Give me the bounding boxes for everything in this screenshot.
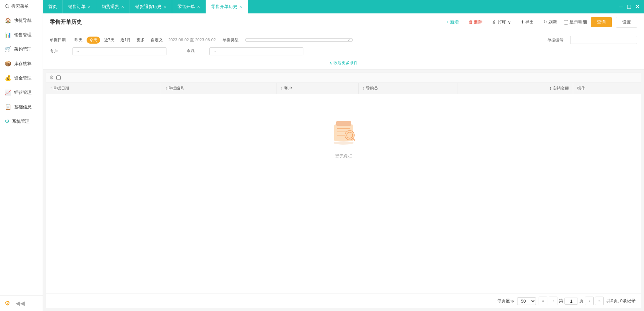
number-filter-input[interactable] — [570, 36, 637, 44]
sidebar-item-label: 库存核算 — [14, 61, 32, 67]
close-window-icon[interactable]: ✕ — [635, 3, 640, 10]
tab-retail-open[interactable]: 零售开单 ✕ — [172, 0, 206, 13]
page-suffix-label: 页 — [579, 298, 584, 304]
type-filter-group: 单据类型 ∨ — [222, 37, 541, 43]
sidebar-item-purchase-mgmt[interactable]: 🛒 采购管理 — [0, 42, 43, 56]
tab-sales-return-history-close[interactable]: ✕ — [163, 5, 166, 9]
date-options: 昨天 今天 近7天 近1月 更多 自定义 2023-06-02 至 2023-0… — [72, 37, 216, 44]
date-opt-1month[interactable]: 近1月 — [118, 37, 133, 44]
customer-filter-group: 客户 ··· — [50, 47, 166, 55]
date-opt-custom[interactable]: 自定义 — [149, 37, 165, 44]
refresh-button[interactable]: ↻ 刷新 — [541, 18, 560, 27]
sidebar-item-quick-nav[interactable]: 🏠 快捷导航 — [0, 13, 43, 28]
tab-sales-return-close[interactable]: ✕ — [121, 5, 124, 9]
date-opt-more[interactable]: 更多 — [135, 37, 147, 44]
tab-retail-open-history[interactable]: 零售开单历史 ✕ — [206, 0, 248, 13]
add-button[interactable]: + 新增 — [444, 18, 461, 27]
tab-sales-return-history-label: 销货退货历史 — [135, 4, 161, 10]
collapse-text: 收起更多条件 — [334, 60, 358, 66]
number-filter-label: 单据编号 — [547, 37, 567, 43]
sidebar-nav: 🏠 快捷导航 📊 销售管理 🛒 采购管理 📦 库存核算 💰 资金管理 📈 经营管… — [0, 13, 43, 295]
tab-retail-open-close[interactable]: ✕ — [197, 5, 200, 9]
type-filter-label: 单据类型 — [222, 37, 243, 43]
delete-button[interactable]: 🗑 删除 — [466, 18, 486, 27]
table-select-all[interactable] — [56, 75, 61, 80]
stock-icon: 📦 — [5, 60, 11, 67]
sidebar-item-finance-mgmt[interactable]: 💰 资金管理 — [0, 71, 43, 85]
svg-line-1 — [8, 7, 9, 9]
tab-sales-return-label: 销货退货 — [102, 4, 119, 10]
show-detail-label: 显示明细 — [569, 19, 587, 25]
product-filter-placeholder: ··· — [212, 49, 216, 54]
sidebar-item-sys-mgmt[interactable]: ⚙ 系统管理 — [0, 114, 43, 128]
sidebar-item-stock-mgmt[interactable]: 📦 库存核算 — [0, 56, 43, 71]
date-range-display: 2023-06-02 至 2023-06-02 — [168, 37, 215, 43]
product-filter-input[interactable]: ··· — [209, 47, 303, 55]
settings-button[interactable]: 设置 — [616, 17, 637, 28]
per-page-select[interactable]: 50 20 100 200 — [517, 297, 536, 305]
prev-page-button[interactable]: ‹ — [549, 297, 557, 305]
date-opt-7days[interactable]: 近7天 — [102, 37, 116, 44]
show-detail-checkbox[interactable]: 显示明细 — [564, 19, 587, 25]
show-detail-input[interactable] — [564, 20, 568, 24]
tabs-bar: 首页 销售订单 ✕ 销货退货 ✕ 销货退货历史 ✕ 零售开单 ✕ 零售开单历史 … — [43, 0, 644, 13]
print-arrow[interactable]: ∨ — [508, 20, 511, 25]
sidebar-collapse-icon[interactable]: ◀◀ — [15, 300, 25, 307]
export-button[interactable]: ⬆ 导出 — [518, 18, 537, 27]
first-page-button[interactable]: « — [539, 297, 547, 305]
tab-sales-order[interactable]: 销售订单 ✕ — [63, 0, 96, 13]
svg-rect-4 — [336, 121, 351, 126]
content-area: 零售开单历史 + 新增 🗑 删除 🖨 打印 ∨ ⬆ 导出 ↻ 刷新 显示明细 查… — [43, 13, 644, 311]
page-number-input[interactable] — [564, 298, 578, 305]
table-settings-icon[interactable]: ⚙ — [49, 74, 54, 81]
customer-filter-placeholder: ··· — [76, 49, 79, 54]
tab-sales-return-history[interactable]: 销货退货历史 ✕ — [130, 0, 172, 13]
date-filter-label: 单据日期 — [50, 37, 70, 43]
number-filter-group: 单据编号 — [547, 36, 637, 44]
product-filter-label: 商品 — [187, 49, 207, 54]
sidebar-item-ops-mgmt[interactable]: 📈 经营管理 — [0, 85, 43, 100]
per-page-label: 每页显示 — [497, 298, 514, 304]
tab-retail-open-history-close[interactable]: ✕ — [239, 5, 242, 9]
table-scroll[interactable]: ↕ 单据日期 ↕ 单据编号 ↕ 客户 ↕ 导购员 — [46, 83, 641, 294]
filter-row-1: 单据日期 昨天 今天 近7天 近1月 更多 自定义 2023-06-02 至 2… — [50, 36, 637, 44]
tab-sales-order-close[interactable]: ✕ — [88, 5, 91, 9]
empty-text: 暂无数据 — [335, 153, 352, 159]
sidebar-search[interactable]: 搜索采单 — [0, 0, 43, 13]
date-filter-group: 单据日期 昨天 今天 近7天 近1月 更多 自定义 2023-06-02 至 2… — [50, 37, 216, 44]
collapse-arrow-icon: ∧ — [329, 61, 332, 65]
last-page-button[interactable]: » — [595, 297, 604, 305]
main-content: 首页 销售订单 ✕ 销货退货 ✕ 销货退货历史 ✕ 零售开单 ✕ 零售开单历史 … — [43, 0, 644, 311]
tab-retail-open-label: 零售开单 — [178, 4, 195, 10]
customer-filter-label: 客户 — [50, 49, 70, 54]
th-amount: ↕ 实销金额 — [457, 83, 573, 94]
tab-sales-order-label: 销售订单 — [68, 4, 86, 10]
sidebar-settings-icon[interactable]: ⚙ — [5, 300, 10, 307]
maximize-icon[interactable]: □ — [627, 3, 631, 10]
empty-state: 暂无数据 — [46, 94, 641, 179]
type-select-wrapper: ∨ — [245, 38, 353, 42]
sidebar-item-sales-mgmt[interactable]: 📊 销售管理 — [0, 28, 43, 42]
sidebar-item-basic-info[interactable]: 📋 基础信息 — [0, 100, 43, 114]
next-page-button[interactable]: › — [585, 297, 594, 305]
tab-home[interactable]: 首页 — [43, 0, 63, 13]
customer-filter-input[interactable]: ··· — [72, 47, 166, 55]
date-opt-yesterday[interactable]: 昨天 — [72, 37, 85, 44]
pagination-total: 共0页, 0条记录 — [606, 298, 636, 304]
pagination-nav: « ‹ 第 页 › » — [539, 297, 604, 305]
page-title: 零售开单历史 — [50, 19, 82, 26]
type-select[interactable] — [245, 38, 353, 42]
print-button[interactable]: 🖨 打印 ∨ — [489, 18, 514, 27]
finance-icon: 💰 — [5, 75, 11, 81]
tab-home-label: 首页 — [48, 4, 57, 10]
sys-icon: ⚙ — [5, 118, 9, 124]
tab-sales-return[interactable]: 销货退货 ✕ — [96, 0, 130, 13]
minimize-icon[interactable]: ─ — [619, 3, 623, 10]
table-wrapper: ⚙ ↕ 单据日期 ↕ 单据编号 ↕ 客户 — [46, 72, 641, 308]
print-label: 🖨 打印 — [492, 19, 506, 25]
date-opt-today[interactable]: 今天 — [87, 37, 100, 44]
svg-point-2 — [334, 141, 354, 145]
query-button[interactable]: 查询 — [591, 17, 612, 27]
svg-point-0 — [5, 5, 8, 8]
collapse-bar[interactable]: ∧ 收起更多条件 — [50, 59, 637, 66]
